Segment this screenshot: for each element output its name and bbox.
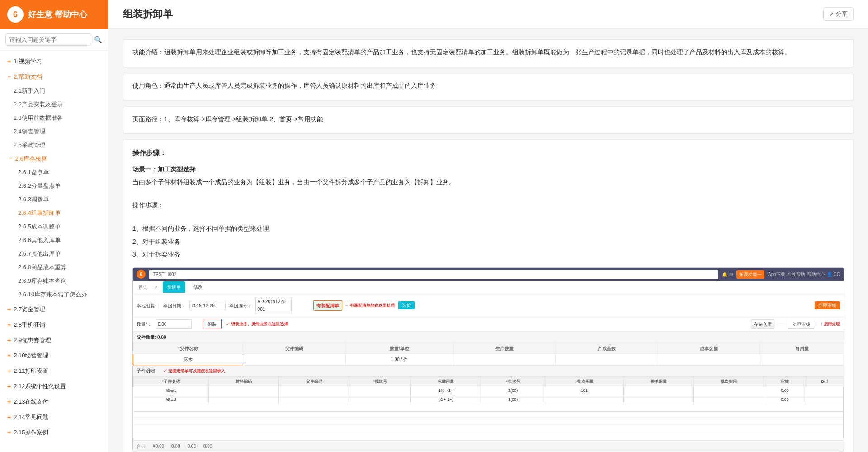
sim-approve-btn[interactable]: 立即审核 (815, 301, 840, 309)
sim-top-icons: App下载 在线帮助 帮助中心 👤 CC (768, 271, 840, 278)
sim-warehouse-input[interactable] (777, 324, 785, 325)
nav-section-payment-header[interactable]: + 2.13在线支付 (0, 395, 108, 409)
minus-icon: − (7, 73, 11, 81)
plus-icon-print: + (7, 367, 11, 375)
intro-box: 功能介绍：组装拆卸单用来处理企业组装或拆卸等加工业务，支持有固定装配清单的产品加… (123, 39, 854, 67)
sim-sub-col-diff: Diff (806, 377, 844, 386)
sidebar-item-assembly[interactable]: 2.6.4组装拆卸单 (5, 206, 108, 220)
sim-sub-table-header: *子件名称 材料编码 父件编码 *批次号 标准用量 +批次号 +批次用量 整单用… (133, 377, 844, 386)
sidebar-header: 6 好生意 帮助中心 (0, 0, 108, 29)
sidebar-item-cost-adjust[interactable]: 2.6.5成本调整单 (5, 220, 108, 233)
plus-icon-mobile: + (7, 321, 11, 328)
nav-section-ops: + 2.10经营管理 (0, 348, 108, 363)
nav-section-coupon-header[interactable]: + 2.9优惠券管理 (0, 333, 108, 347)
sidebar-item-install[interactable]: 2.2产品安装及登录 (0, 98, 108, 111)
nav-section-mobile: + 2.8手机旺铺 (0, 318, 108, 332)
nav-section-ops-header[interactable]: + 2.10经营管理 (0, 348, 108, 363)
nav-section-payment: + 2.13在线支付 (0, 395, 108, 409)
nav-subsection-inventory-header[interactable]: − 2.6库存核算 (0, 152, 108, 166)
nav-section-video-header[interactable]: + 1.视频学习 (0, 54, 108, 69)
nav-section-finance-header[interactable]: + 2.7资金管理 (0, 302, 108, 317)
sim-annotation1: ← 有装配清单的在这里处理 (345, 302, 395, 309)
sim-col-cost: 成本金额 (658, 343, 760, 354)
nav-section-faq-header[interactable]: + 2.14常见问题 (0, 410, 108, 424)
sim-col-qty: 数量/单位 (345, 343, 453, 354)
sidebar-item-other-out[interactable]: 2.6.7其他出库单 (5, 247, 108, 261)
sim-col-avail: 可用量 (760, 343, 844, 354)
sim-sub-col-actual: 批次实用 (693, 377, 764, 386)
plus-icon-ops: + (7, 352, 11, 359)
plus-icon-finance: + (7, 306, 11, 313)
sidebar-item-other-in[interactable]: 2.6.6其他入库单 (5, 233, 108, 247)
sim-assembly-type[interactable]: 组装 (203, 319, 222, 329)
nav-section-settings-label: 2.12系统个性化设置 (14, 382, 66, 390)
page-header: 组装拆卸单 ↗ 分享 (108, 0, 868, 29)
sim-footer-val2: 0.00 (171, 442, 180, 450)
sim-no-value: AD-20191226-001 (255, 297, 292, 314)
sim-cell-cost (658, 354, 760, 365)
sidebar-item-stocktake[interactable]: 2.6.1盘点单 (5, 166, 108, 179)
sidebar-item-stock-error[interactable]: 2.6.10库存账本错了怎么办 (5, 288, 108, 301)
sim-date-label: 单据日期： (163, 302, 186, 309)
sidebar-item-transfer[interactable]: 2.6.3调拨单 (5, 193, 108, 206)
sim-footer-val1: ¥0.00 (153, 442, 164, 450)
sim-url-bar: TEST-H002 (149, 270, 718, 279)
plus-icon-settings: + (7, 383, 11, 390)
sidebar-item-sales[interactable]: 2.4销售管理 (0, 125, 108, 138)
sim-top-table-container: *父件名称 父件编码 数量/单位 生产数量 产成品数 成本金额 可用量 (133, 343, 844, 365)
steps-box: 操作步骤： 场景一：加工类型选择 当由多个子件材料组装成一个成品的业务为【组装】… (123, 139, 854, 452)
sidebar-item-purchase[interactable]: 2.5采购管理 (0, 138, 108, 152)
nav-section-print-header[interactable]: + 2.11打印设置 (0, 364, 108, 378)
sim-icon-help: 在线帮助 (787, 271, 805, 278)
search-button[interactable]: 🔍 (94, 36, 103, 44)
nav-section-cases-label: 2.15操作案例 (14, 428, 48, 437)
sim-icon-user: 👤 CC (827, 271, 840, 278)
sim-tab-new[interactable]: 新建单 (163, 281, 185, 293)
role-box: 使用角色：通常由生产人员或库管人员完成拆装业务的操作，库管人员确认原材料的出库和… (123, 73, 854, 101)
sim-sub-row-7 (133, 433, 844, 441)
sim-cell-qty: 1.00 / 件 (345, 354, 453, 365)
sim-badge-new: 拓展功能一 (736, 270, 764, 279)
sim-separator: | (158, 302, 160, 309)
sidebar-item-data[interactable]: 2.3使用前数据准备 (0, 111, 108, 125)
nav-section-cases-header[interactable]: + 2.15操作案例 (0, 425, 108, 440)
sim-config-area: 有装配清单 ← 有装配清单的在这里处理 (313, 300, 395, 311)
plus-icon-coupon: + (7, 337, 11, 344)
nav-section-mobile-header[interactable]: + 2.8手机旺铺 (0, 318, 108, 332)
sidebar-item-newuser[interactable]: 2.1新手入门 (0, 84, 108, 98)
path-box: 页面路径：1、库存核算->库存管理->组装拆卸单 2、首页->常用功能 (123, 106, 854, 134)
sim-doctype-label: 本地组装 (137, 302, 155, 309)
nav-section-mobile-label: 2.8手机旺铺 (14, 321, 45, 329)
nav-subsection-inventory-label: 2.6库存核算 (15, 155, 47, 163)
step2: 2、对于组装业务 (132, 237, 844, 247)
sim-sub-row-1: 物品1 1次+-1+ 2(00) 101 0.00 (133, 386, 844, 395)
sim-footer-val3: 0.00 (188, 442, 196, 450)
sim-confirm-btn[interactable]: 立即审核 (788, 320, 814, 329)
nav-section-video: + 1.视频学习 (0, 54, 108, 69)
sim-icon-app: App下载 (768, 271, 785, 278)
search-input[interactable] (5, 33, 91, 46)
nav-section-print: + 2.11打印设置 (0, 364, 108, 378)
nav-section-docs-label: 2.帮助文档 (14, 73, 42, 81)
sidebar-item-cost-recalc[interactable]: 2.6.8商品成本重算 (5, 261, 108, 274)
sim-top-table-row: 床木 1.00 / 件 (133, 354, 844, 365)
sim-top-table: *父件名称 父件编码 数量/单位 生产数量 产成品数 成本金额 可用量 (133, 343, 844, 365)
sim-sub-col-std-qty: 标准用量 (410, 377, 481, 386)
nav-section-video-label: 1.视频学习 (14, 57, 42, 66)
sim-date-value: 2019-12-26 (189, 301, 226, 310)
screenshot: 6 TEST-H002 🔔 ⊞ 拓展功能一 App下载 在线帮助 帮助中心 👤 … (132, 267, 844, 452)
nav-section-docs-header[interactable]: − 2.帮助文档 (0, 70, 108, 84)
sim-tab-edit[interactable]: 修改 (189, 281, 207, 293)
nav-section-coupon: + 2.9优惠券管理 (0, 333, 108, 347)
sim-sub-col-approve: 审核 (764, 377, 806, 386)
share-icon: ↗ (829, 11, 834, 18)
sim-process-btn[interactable]: 选货 (398, 301, 415, 309)
sim-cell-code (243, 354, 345, 365)
nav-section-settings-header[interactable]: + 2.12系统个性化设置 (0, 379, 108, 394)
nav-inventory-subitems: 2.6.1盘点单 2.6.2分量盘点单 2.6.3调拨单 2.6.4组装拆卸单 … (0, 166, 108, 301)
sidebar-item-partial-stocktake[interactable]: 2.6.2分量盘点单 (5, 179, 108, 193)
share-button[interactable]: ↗ 分享 (823, 7, 854, 21)
sidebar-item-stock-query[interactable]: 2.6.9库存账本查询 (5, 274, 108, 288)
sim-enable-area: 存储仓库 立即审核 ↑ 启用处理 (751, 319, 840, 329)
sim-top-bar: 6 TEST-H002 🔔 ⊞ 拓展功能一 App下载 在线帮助 帮助中心 👤 … (133, 268, 844, 281)
